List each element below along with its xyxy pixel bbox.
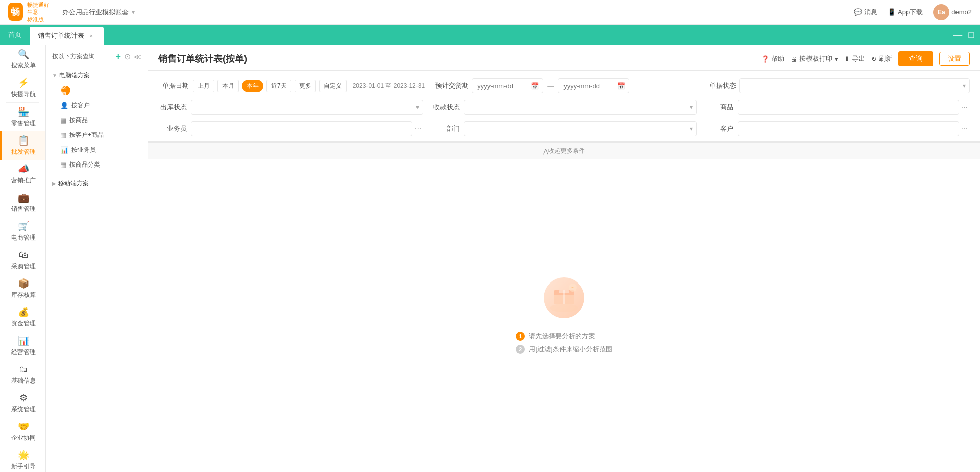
tab-home-label: 首页: [8, 30, 21, 39]
page-header: 销售订单统计表(按单) ❓ 帮助 🖨 按模板打印 ▾ ⬇ 导出: [148, 45, 980, 71]
empty-step-2: 2 用[过滤]条件来缩小分析范围: [516, 345, 612, 354]
empty-state: ~ 1 请先选择要分析的方案 2 用[过滤]条件来缩小分析范围: [516, 277, 612, 354]
salesperson-input[interactable]: [191, 121, 412, 136]
sidebar-item-purchase-label: 采购管理: [11, 262, 36, 271]
department-select[interactable]: [464, 121, 696, 136]
bill-status-select[interactable]: [739, 78, 970, 93]
sidebar-item-wholesale[interactable]: 📋 批发管理: [0, 131, 45, 160]
by-category-label: 按商品分类: [69, 160, 100, 169]
payment-status-label: 收款状态: [431, 103, 460, 112]
topbar: 畅 畅捷通好生意 标准版 办公用品行业模拟账套 ▾ 💬 消息 📱 App下载 E…: [0, 0, 980, 25]
sidebar-item-inventory[interactable]: 📦 库存核算: [0, 274, 45, 303]
sidebar-item-quick-nav[interactable]: ⚡ 快捷导航: [0, 74, 45, 102]
date-btn-last-month[interactable]: 上月: [193, 80, 214, 92]
product-input[interactable]: [738, 100, 959, 115]
sidebar-item-finance[interactable]: 💰 资金管理: [0, 303, 45, 332]
scheme-item-by-customer[interactable]: 👤 按客户: [52, 98, 141, 113]
product-dots-button[interactable]: ···: [959, 103, 970, 112]
left-panel-title: 按以下方案查询: [52, 52, 95, 61]
sidebar-item-system[interactable]: ⚙ 系统管理: [0, 389, 45, 417]
tab-sales-order[interactable]: 销售订单统计表 ×: [30, 27, 104, 45]
empty-icon-graphic: ~: [544, 277, 584, 318]
sidebar-item-search-label: 搜索菜单: [11, 61, 36, 70]
pc-category-arrow: ▼: [52, 73, 57, 78]
date-btn-last-7[interactable]: 近7天: [266, 80, 291, 92]
sidebar-item-ecommerce-label: 电商管理: [11, 233, 36, 242]
user-avatar: Ea: [933, 4, 949, 20]
tab-home[interactable]: 首页: [0, 25, 30, 45]
sidebar: 🔍 搜索菜单 ⚡ 快捷导航 🏪 零售管理 📋 批发管理 📣 营销推广 💼 销售管…: [0, 45, 46, 472]
customer-input[interactable]: [738, 121, 959, 136]
help-action[interactable]: ❓ 帮助: [761, 54, 785, 63]
mobile-category-title[interactable]: ▶ 移动端方案: [52, 176, 141, 191]
sidebar-item-purchase[interactable]: 🛍 采购管理: [0, 246, 45, 274]
scheme-item-by-product[interactable]: ▦ 按商品: [52, 113, 141, 128]
refresh-action[interactable]: ↻ 刷新: [871, 54, 892, 63]
tab-sales-order-label: 销售订单统计表: [38, 31, 84, 40]
export-action[interactable]: ⬇ 导出: [844, 54, 865, 63]
sidebar-item-search-menu[interactable]: 🔍 搜索菜单: [0, 45, 45, 74]
export-icon: ⬇: [844, 55, 850, 63]
app-download-action[interactable]: 📱 App下载: [888, 8, 923, 17]
nav-tab-right-actions: — □: [953, 30, 980, 40]
by-customer-label: 按客户: [71, 101, 90, 110]
template-print-action[interactable]: 🖨 按模板打印 ▾: [791, 54, 838, 63]
app-title-chevron[interactable]: ▾: [132, 9, 135, 16]
pc-category: ▼ 电脑端方案 按单 👤 按客户 ▦ 按商品 ▦ 按客户+商品: [46, 66, 148, 174]
scheme-collapse-icon[interactable]: ≪: [134, 53, 141, 61]
maximize-button[interactable]: □: [968, 30, 974, 40]
date-btn-this-year[interactable]: 本年: [242, 80, 263, 92]
settings-button[interactable]: 设置: [939, 52, 970, 66]
sidebar-item-marketing[interactable]: 📣 营销推广: [0, 160, 45, 188]
delivery-status-select[interactable]: [191, 100, 423, 115]
sidebar-item-sales[interactable]: 💼 销售管理: [0, 188, 45, 217]
product-label: 商品: [705, 103, 733, 112]
sidebar-item-ecommerce[interactable]: 🛒 电商管理: [0, 217, 45, 246]
minimize-button[interactable]: —: [953, 30, 962, 40]
customer-dots-button[interactable]: ···: [959, 124, 970, 133]
export-label: 导出: [852, 54, 865, 63]
expected-date-start-input[interactable]: [472, 78, 543, 93]
sidebar-item-operations[interactable]: 📊 经营管理: [0, 332, 45, 360]
mobile-category-label: 移动端方案: [58, 179, 89, 188]
template-print-chevron: ▾: [835, 55, 838, 63]
message-action[interactable]: 💬 消息: [854, 8, 877, 17]
date-btn-custom[interactable]: 自定义: [319, 80, 347, 92]
expected-date-end-input[interactable]: [558, 78, 629, 93]
scheme-item-by-customer-product[interactable]: ▦ 按客户+商品: [52, 128, 141, 143]
date-btn-this-month[interactable]: 本月: [217, 80, 239, 92]
scheme-settings-icon[interactable]: ⊙: [124, 52, 131, 61]
scheme-item-by-salesperson[interactable]: 📊 按业务员: [52, 143, 141, 157]
scheme-item-by-category[interactable]: ▦ 按商品分类: [52, 157, 141, 172]
sidebar-item-newbie[interactable]: 🌟 新手引导: [0, 446, 45, 472]
scheme-item-by-order[interactable]: 按单: [52, 83, 141, 98]
user-profile[interactable]: Ea demo2: [933, 4, 972, 20]
sidebar-item-enterprise[interactable]: 🤝 企业协同: [0, 417, 45, 446]
query-button[interactable]: 查询: [898, 51, 933, 66]
app-download-label: App下载: [898, 8, 923, 17]
sidebar-item-quick-label: 快捷导航: [11, 90, 36, 99]
payment-status-select[interactable]: [464, 100, 696, 115]
quick-nav-icon: ⚡: [18, 77, 29, 88]
app-title-text: 办公用品行业模拟账套: [62, 8, 129, 17]
date-btn-more[interactable]: 更多: [295, 80, 316, 92]
tab-close-button[interactable]: ×: [87, 32, 95, 40]
salesperson-dots-button[interactable]: ···: [412, 124, 423, 133]
mobile-category-arrow: ▶: [52, 181, 56, 186]
sidebar-item-inventory-label: 库存核算: [11, 291, 36, 299]
content-area: 按以下方案查询 + ⊙ ≪ ▼ 电脑端方案 按单 👤 按客户: [46, 45, 980, 472]
app-title: 办公用品行业模拟账套 ▾: [54, 8, 854, 17]
sidebar-item-basic[interactable]: 🗂 基础信息: [0, 360, 45, 389]
collapse-icon: ⋀: [543, 148, 548, 155]
sidebar-item-wholesale-label: 批发管理: [11, 148, 36, 156]
pc-category-title[interactable]: ▼ 电脑端方案: [52, 68, 141, 83]
sidebar-item-retail[interactable]: 🏪 零售管理: [0, 103, 45, 131]
bill-status-label: 单据状态: [705, 81, 736, 90]
collapse-bar[interactable]: ⋀ 收起更多条件: [148, 142, 980, 159]
active-scheme-badge: 按单: [61, 86, 70, 95]
add-scheme-button[interactable]: +: [115, 51, 121, 62]
sidebar-item-sales-label: 销售管理: [11, 205, 36, 214]
refresh-icon: ↻: [871, 55, 877, 63]
left-panel: 按以下方案查询 + ⊙ ≪ ▼ 电脑端方案 按单 👤 按客户: [46, 45, 148, 472]
step2-text: 用[过滤]条件来缩小分析范围: [529, 345, 612, 354]
